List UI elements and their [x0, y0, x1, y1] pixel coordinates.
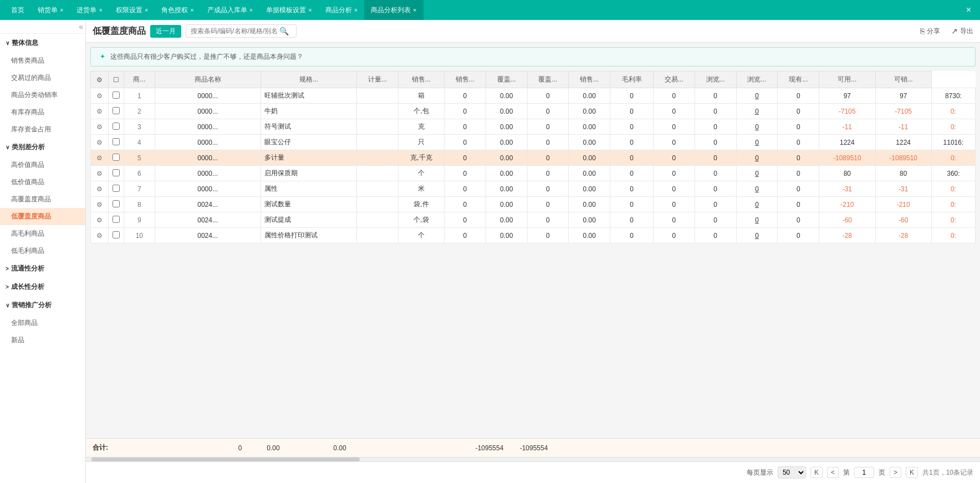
row-name[interactable]: 符号测试 — [261, 119, 356, 135]
row-check[interactable] — [109, 119, 124, 135]
row-check[interactable] — [109, 181, 124, 197]
row-check[interactable] — [109, 228, 124, 243]
nav-close-purchase[interactable]: × — [99, 7, 102, 13]
nav-role-auth[interactable]: 角色授权 × — [155, 0, 200, 20]
row-view2: 0 — [778, 212, 819, 228]
sidebar-collapse: « — [0, 20, 85, 34]
window-close-button[interactable]: × — [962, 5, 976, 15]
row-unit: 个 — [398, 166, 444, 181]
nav-close-permissions[interactable]: × — [145, 7, 148, 13]
col-gear[interactable]: ⚙ — [91, 72, 109, 88]
row-name[interactable]: 测试提成 — [261, 212, 356, 228]
row-check[interactable] — [109, 212, 124, 228]
row-view1[interactable]: 0 — [736, 181, 778, 197]
sidebar-item-low-margin[interactable]: 低毛利商品 — [0, 242, 85, 260]
nav-sales-order[interactable]: 销货单 × — [31, 0, 70, 20]
last-page-button[interactable]: K — [906, 467, 918, 478]
horizontal-scrollbar[interactable] — [86, 457, 980, 461]
row-view1[interactable]: 0 — [736, 166, 778, 181]
nav-close-template[interactable]: × — [308, 7, 312, 13]
search-input[interactable] — [191, 27, 279, 35]
row-sellable: 0: — [931, 181, 975, 197]
share-button[interactable]: ⎘ 分享 — [920, 27, 940, 36]
sidebar-item-new-goods[interactable]: 新品 — [0, 332, 85, 349]
row-gear[interactable]: ⚙ — [91, 181, 109, 197]
sidebar-section-category[interactable]: ∨ 类别差分析 — [0, 138, 85, 156]
sidebar-item-category-rate[interactable]: 商品分类动销率 — [0, 87, 85, 104]
sidebar-item-stocked-goods[interactable]: 有库存商品 — [0, 104, 85, 121]
sidebar-item-high-coverage[interactable]: 高覆盖度商品 — [0, 191, 85, 208]
row-view1[interactable]: 0 — [736, 88, 778, 104]
sidebar-item-all-goods[interactable]: 全部商品 — [0, 314, 85, 332]
nav-template-settings[interactable]: 单据模板设置 × — [259, 0, 318, 20]
row-check[interactable] — [109, 197, 124, 212]
row-gear[interactable]: ⚙ — [91, 150, 109, 166]
row-gear[interactable]: ⚙ — [91, 135, 109, 150]
row-name[interactable]: 属性价格打印测试 — [261, 228, 356, 243]
row-check[interactable] — [109, 166, 124, 181]
col-check[interactable]: ☐ — [109, 72, 124, 88]
row-gear[interactable]: ⚙ — [91, 104, 109, 119]
row-view1[interactable]: 0 — [736, 150, 778, 166]
nav-product-inbound[interactable]: 产成品入库单 × — [201, 0, 259, 20]
sidebar-item-traded-goods[interactable]: 交易过的商品 — [0, 69, 85, 87]
time-filter-button[interactable]: 近一月 — [150, 25, 181, 38]
row-check[interactable] — [109, 88, 124, 104]
sidebar-item-inventory-fund[interactable]: 库存资金占用 — [0, 121, 85, 138]
export-button[interactable]: ↗ 导出 — [951, 27, 973, 36]
nav-close-analysis-list[interactable]: × — [413, 7, 416, 13]
nav-close-product-inbound[interactable]: × — [249, 7, 253, 13]
table-row: ⚙ 6 0000... 启用保质期 个 0 0.00 0 0.00 0 0 0 … — [91, 166, 976, 181]
row-gear[interactable]: ⚙ — [91, 197, 109, 212]
row-name[interactable]: 测试数量 — [261, 197, 356, 212]
sidebar-item-high-value[interactable]: 高价值商品 — [0, 156, 85, 174]
nav-home[interactable]: 首页 — [4, 0, 31, 20]
row-view1[interactable]: 0 — [736, 104, 778, 119]
next-page-button[interactable]: > — [890, 467, 901, 478]
row-gear[interactable]: ⚙ — [91, 228, 109, 243]
row-sales-amt: 0.00 — [486, 104, 527, 119]
sidebar-item-high-margin[interactable]: 高毛利商品 — [0, 225, 85, 242]
row-view1[interactable]: 0 — [736, 119, 778, 135]
row-view1[interactable]: 0 — [736, 135, 778, 150]
nav-product-analysis[interactable]: 商品分析 × — [319, 0, 364, 20]
row-sales-amt: 0.00 — [486, 228, 527, 243]
row-name[interactable]: 牛奶 — [261, 104, 356, 119]
row-gear[interactable]: ⚙ — [91, 119, 109, 135]
sidebar-item-low-value[interactable]: 低价值商品 — [0, 174, 85, 191]
first-page-button[interactable]: K — [810, 467, 823, 478]
sidebar-section-overall[interactable]: ∨ 整体信息 — [0, 34, 85, 52]
page-input[interactable] — [854, 467, 874, 478]
row-view1[interactable]: 0 — [736, 212, 778, 228]
row-view1[interactable]: 0 — [736, 228, 778, 243]
nav-close-role-auth[interactable]: × — [190, 7, 193, 13]
row-view1[interactable]: 0 — [736, 197, 778, 212]
nav-close-sales-order[interactable]: × — [60, 7, 63, 13]
row-gear[interactable]: ⚙ — [91, 88, 109, 104]
row-name[interactable]: 眼宝公仔 — [261, 135, 356, 150]
sidebar-section-growth[interactable]: > 成长性分析 — [0, 278, 85, 296]
prev-page-button[interactable]: < — [827, 467, 839, 478]
sidebar: « ∨ 整体信息 销售类商品 交易过的商品 商品分类动销率 有库存商品 库存资金… — [0, 20, 86, 483]
row-gear[interactable]: ⚙ — [91, 212, 109, 228]
nav-permissions[interactable]: 权限设置 × — [109, 0, 155, 20]
per-page-select[interactable]: 50 100 200 — [778, 466, 806, 479]
row-name[interactable]: 启用保质期 — [261, 166, 356, 181]
sidebar-section-marketing[interactable]: ∨ 营销推广分析 — [0, 296, 85, 314]
sidebar-section-liquidity[interactable]: > 流通性分析 — [0, 260, 85, 278]
row-name[interactable]: 属性 — [261, 181, 356, 197]
sidebar-item-sales-goods[interactable]: 销售类商品 — [0, 52, 85, 69]
nav-close-analysis[interactable]: × — [354, 7, 358, 13]
row-check[interactable] — [109, 150, 124, 166]
row-check[interactable] — [109, 104, 124, 119]
sidebar-collapse-icon[interactable]: « — [79, 22, 83, 31]
row-name[interactable]: 多计量 — [261, 150, 356, 166]
row-name[interactable]: 旺辅批次测试 — [261, 88, 356, 104]
sidebar-item-low-coverage[interactable]: 低覆盖度商品 — [0, 208, 85, 225]
nav-purchase-order[interactable]: 进货单 × — [70, 0, 109, 20]
row-check[interactable] — [109, 135, 124, 150]
nav-analysis-list[interactable]: 商品分析列表 × — [364, 0, 423, 20]
total-info: 共1页，10条记录 — [922, 468, 973, 477]
row-gear[interactable]: ⚙ — [91, 166, 109, 181]
search-icon[interactable]: 🔍 — [279, 27, 289, 35]
